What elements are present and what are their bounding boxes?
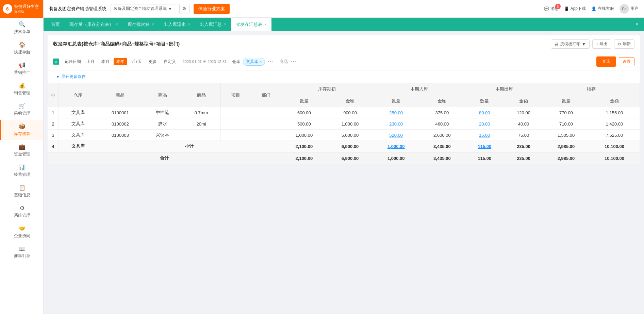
th-goods-spec: 商品 [182,83,221,107]
tab-close-batch[interactable]: × [152,22,154,27]
date-btn-本年[interactable]: 本年 [114,58,127,65]
th-in-qty: 数量 [373,95,419,107]
date-btn-自定义[interactable]: 自定义 [161,58,179,65]
th-bal-amt: 金额 [589,95,640,107]
subtotal-out-qty[interactable]: 115.00 [465,141,504,152]
sidebar-item-inventory[interactable]: 📦库存核算 [0,120,43,140]
goods-more-dots[interactable]: ··· [291,59,297,65]
cell-in-qty[interactable]: 520.00 [373,130,419,141]
date-btn-本月[interactable]: 本月 [99,58,112,65]
expand-conditions-btn[interactable]: ▼ 展开更多条件 [53,72,88,81]
tab-inout_flow[interactable]: 出入库流水× [159,18,195,31]
date-btn-近7天[interactable]: 近7天 [129,58,145,65]
cell-goods-name: 采访本 [143,130,182,141]
topbar-right: 💬 消息 6 📱 App下载 👤 在线客服 Ea 用户 [544,4,639,14]
sidebar-item-marketing[interactable]: 📢营销推广 [0,59,43,79]
settings-btn[interactable]: 设置 [619,57,634,66]
tab-close-stock_dist[interactable]: × [116,22,118,27]
cell-goods-code: 0100002 [97,118,143,130]
sidebar-item-label: 系统管理 [14,213,30,218]
warehouse-more-dots[interactable]: ··· [268,59,274,65]
online-service-btn[interactable]: 👤 在线客服 [591,6,614,12]
settings-icon-btn[interactable]: ⚙ [179,4,189,14]
sidebar-item-operations[interactable]: 📊经营管理 [0,161,43,181]
sidebar-item-purchase[interactable]: 🛒采购管理 [0,99,43,120]
sidebar-item-search[interactable]: 🔍搜索菜单 [0,18,43,38]
sidebar-item-finance[interactable]: 💼资金管理 [0,140,43,161]
content-area: 收发存汇总表(按仓库+商品编码+商品+规格型号+项目+部门) 🖨 按模板打印 ▼… [44,31,644,314]
cell-goods-code: 0100003 [97,130,143,141]
warehouse-tag-close[interactable]: × [260,60,262,64]
tabbar: 首页现存量（库存分布表）×库存批次账×出入库流水×出入库汇总×收发存汇总表×× [44,18,644,31]
warehouse-tag[interactable]: 文具库 × [243,58,265,66]
date-label: 记账日期 [65,59,81,65]
export-icon: ↑ [596,42,598,47]
message-badge: 6 [555,4,561,9]
cell-dept [251,107,281,118]
cell-bal-qty: 710.00 [543,118,589,130]
tab-batch[interactable]: 库存批次账× [123,18,159,31]
col-settings-icon[interactable]: ⚙ [51,93,55,98]
topbar: 装备及固定资产辅助管理系统 装备及固定资产辅助管理系统 ▼ ⚙ 体验行业方案 💬… [44,0,644,18]
sidebar-item-system[interactable]: ⚙系统管理 [0,201,43,222]
query-btn[interactable]: 查询 [596,56,616,67]
export-btn[interactable]: ↑ 导出 [592,39,611,49]
cell-in-qty[interactable]: 230.00 [373,118,419,130]
sidebar-logo: 6 畅捷通好生意 标准版 [0,0,43,18]
expand-collapse-btn[interactable]: » [53,59,59,65]
sidebar-item-label: 营销推广 [14,70,30,76]
message-icon: 💬 [544,6,549,11]
subtotal-label: 小计 [97,141,281,152]
dropdown-label: 装备及固定资产辅助管理系统 [114,6,167,12]
th-balance: 结存 [543,83,640,95]
sidebar-item-quick[interactable]: 🏠快捷导航 [0,38,43,59]
sidebar-item-label: 基础信息 [14,192,30,198]
tab-close-recv_send[interactable]: × [264,22,267,27]
cell-open-amt: 1,000.00 [327,118,373,130]
th-opening: 库存期初 [281,83,373,95]
tab-stock_dist[interactable]: 现存量（库存分布表）× [65,18,123,31]
sidebar-item-cooperation[interactable]: 🤝企业协同 [0,222,43,242]
purchase-icon: 🛒 [19,103,26,109]
app-download-btn[interactable]: 📱 App下载 [564,6,586,12]
total-out-amt: 235.00 [504,152,543,164]
sidebar-item-sales[interactable]: 💰销售管理 [0,79,43,99]
trial-button[interactable]: 体验行业方案 [194,4,230,14]
user-btn[interactable]: Ea 用户 [620,4,639,14]
message-btn[interactable]: 💬 消息 6 [544,6,559,12]
print-btn[interactable]: 🖨 按模板打印 ▼ [551,39,590,49]
tab-home[interactable]: 首页 [46,18,65,31]
subtotal-out-amt: 235.00 [504,141,543,152]
sidebar: 6 畅捷通好生意 标准版 🔍搜索菜单🏠快捷导航📢营销推广💰销售管理🛒采购管理📦库… [0,0,44,314]
subtotal-in-qty[interactable]: 1,000.00 [373,141,419,152]
th-project: 项目 [221,83,251,107]
cell-project [221,118,251,130]
table-settings-th[interactable]: ⚙ [48,83,59,107]
cell-out-qty[interactable]: 15.00 [465,130,504,141]
tab-close-inout_summary[interactable]: × [224,22,226,27]
cell-out-qty[interactable]: 20.00 [465,118,504,130]
sidebar-item-label: 新手引导 [14,253,30,259]
subtotal-bal-qty: 2,985.00 [543,141,589,152]
cell-out-qty[interactable]: 80.00 [465,107,504,118]
close-all-tabs-btn[interactable]: × [633,21,641,28]
sidebar-item-guide[interactable]: 📖新手引导 [0,242,43,263]
cell-dept [251,130,281,141]
tab-recv_send[interactable]: 收发存汇总表× [231,18,271,31]
date-btn-上月[interactable]: 上月 [84,58,97,65]
system-dropdown[interactable]: 装备及固定资产辅助管理系统 ▼ [111,4,175,13]
sidebar-item-basic[interactable]: 📋基础信息 [0,181,43,201]
warehouse-label: 仓库 [232,59,240,65]
cell-in-amt: 375.00 [419,107,465,118]
cell-in-qty[interactable]: 250.00 [373,107,419,118]
tab-close-inout_flow[interactable]: × [188,22,190,27]
refresh-btn[interactable]: ↻ 刷新 [614,39,634,49]
cell-in-amt: 2,600.00 [419,130,465,141]
th-in: 本期入库 [373,83,465,95]
data-table: ⚙ 仓库 商品 商品 商品 项目 部门 库存期初 本期入库 本期出库 结存 [48,83,640,164]
date-btn-更多[interactable]: 更多 [146,58,160,65]
subtotal-open-qty: 2,100.00 [281,141,327,152]
cell-no: 1 [48,107,59,118]
total-in-qty: 1,000.00 [373,152,419,164]
tab-inout_summary[interactable]: 出入库汇总× [195,18,231,31]
